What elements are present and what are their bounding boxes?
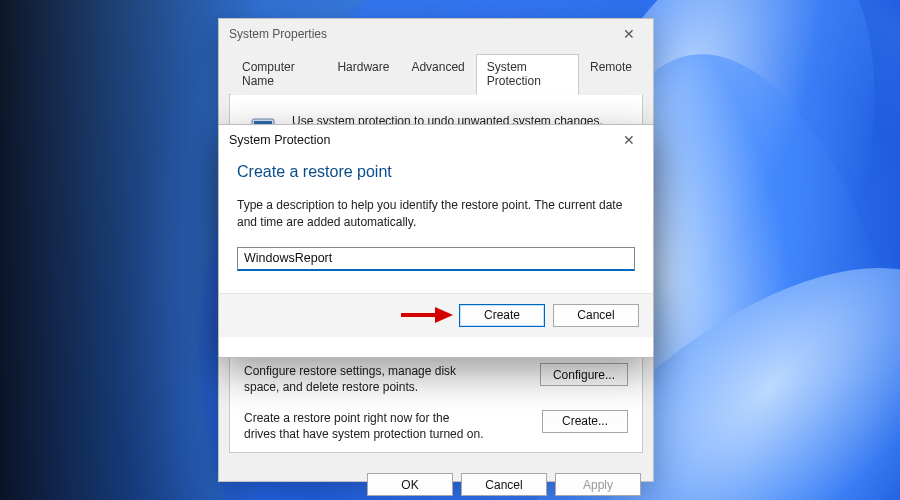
window-title: System Properties <box>229 27 327 41</box>
tab-system-protection[interactable]: System Protection <box>476 54 579 95</box>
modal-create-button[interactable]: Create <box>459 304 545 327</box>
annotation-arrow-icon <box>399 305 453 325</box>
create-restore-point-button[interactable]: Create... <box>542 410 628 433</box>
tab-advanced[interactable]: Advanced <box>400 54 475 95</box>
modal-title: System Protection <box>229 133 330 147</box>
cancel-button[interactable]: Cancel <box>461 473 547 496</box>
svg-marker-5 <box>435 307 453 323</box>
close-button[interactable]: ✕ <box>615 22 643 46</box>
modal-cancel-button[interactable]: Cancel <box>553 304 639 327</box>
create-description: Create a restore point right now for the… <box>244 410 484 442</box>
ok-button[interactable]: OK <box>367 473 453 496</box>
apply-button[interactable]: Apply <box>555 473 641 496</box>
configure-description: Configure restore settings, manage disk … <box>244 363 484 395</box>
tab-strip: Computer Name Hardware Advanced System P… <box>229 53 643 95</box>
modal-footer: Create Cancel <box>219 293 653 337</box>
modal-close-button[interactable]: ✕ <box>615 128 643 152</box>
modal-description: Type a description to help you identify … <box>237 197 635 231</box>
configure-button[interactable]: Configure... <box>540 363 628 386</box>
titlebar: System Properties ✕ <box>219 19 653 49</box>
modal-heading: Create a restore point <box>237 163 635 181</box>
tab-remote[interactable]: Remote <box>579 54 643 95</box>
tab-computer-name[interactable]: Computer Name <box>231 54 326 95</box>
dialog-button-row: OK Cancel Apply <box>219 463 653 496</box>
create-restore-point-dialog: System Protection ✕ Create a restore poi… <box>218 124 654 358</box>
tab-hardware[interactable]: Hardware <box>326 54 400 95</box>
modal-titlebar: System Protection ✕ <box>219 125 653 155</box>
restore-point-description-input[interactable] <box>237 247 635 271</box>
